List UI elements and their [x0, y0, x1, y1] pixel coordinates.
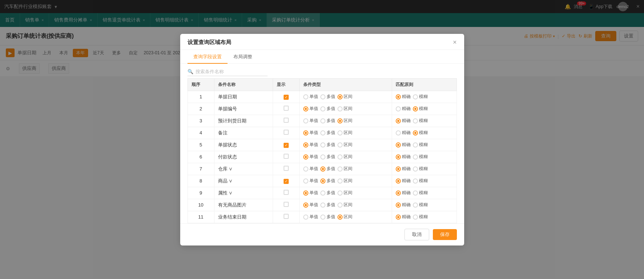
cell-show[interactable] — [273, 187, 299, 199]
show-checkbox[interactable] — [284, 202, 289, 207]
radio-match-模糊[interactable]: 模糊 — [413, 94, 428, 100]
cell-name: 业务结束日期 — [214, 211, 273, 223]
radio-match-精确[interactable]: 精确 — [396, 142, 411, 148]
radio-type-单值[interactable]: 单值 — [303, 202, 318, 208]
show-checkbox[interactable] — [284, 166, 289, 171]
radio-match-精确[interactable]: 精确 — [396, 154, 411, 160]
radio-match-精确[interactable]: 精确 — [396, 202, 411, 208]
radio-match-精确[interactable]: 精确 — [396, 178, 411, 184]
radio-type-单值[interactable]: 单值 — [303, 118, 318, 124]
radio-type-多值[interactable]: 多值 — [320, 154, 335, 160]
radio-circle — [303, 118, 308, 123]
dialog-tab-layout[interactable]: 布局调整 — [228, 50, 258, 64]
radio-circle — [337, 190, 343, 196]
radio-circle — [320, 94, 325, 99]
show-checkbox[interactable] — [284, 143, 289, 148]
show-checkbox[interactable] — [284, 130, 289, 135]
radio-type-单值[interactable]: 单值 — [303, 106, 318, 112]
show-checkbox[interactable] — [284, 214, 289, 219]
radio-circle — [396, 203, 401, 208]
cell-show[interactable] — [273, 103, 299, 115]
radio-circle — [303, 130, 308, 135]
radio-type-多值[interactable]: 多值 — [320, 142, 335, 148]
radio-circle — [413, 215, 418, 220]
cell-show[interactable] — [273, 163, 299, 175]
radio-type-区间[interactable]: 区间 — [337, 142, 352, 148]
cancel-button[interactable]: 取消 — [404, 229, 429, 240]
cell-order: 10 — [187, 199, 214, 211]
radio-match-模糊[interactable]: 模糊 — [413, 106, 428, 112]
radio-type-区间[interactable]: 区间 — [337, 118, 352, 124]
save-button[interactable]: 保存 — [433, 229, 457, 240]
radio-match-模糊[interactable]: 模糊 — [413, 214, 428, 220]
radio-type-区间[interactable]: 区间 — [337, 178, 352, 184]
dialog-tab-query-fields[interactable]: 查询字段设置 — [187, 50, 228, 64]
show-checkbox[interactable] — [284, 190, 289, 195]
radio-type-区间[interactable]: 区间 — [337, 106, 352, 112]
radio-type-单值[interactable]: 单值 — [303, 154, 318, 160]
radio-type-区间[interactable]: 区间 — [337, 154, 352, 160]
radio-type-区间[interactable]: 区间 — [337, 166, 352, 172]
radio-type-单值[interactable]: 单值 — [303, 142, 318, 148]
radio-match-模糊[interactable]: 模糊 — [413, 142, 428, 148]
radio-match-精确[interactable]: 精确 — [396, 106, 411, 112]
radio-match-模糊[interactable]: 模糊 — [413, 118, 428, 124]
radio-match-模糊[interactable]: 模糊 — [413, 154, 428, 160]
radio-match-精确[interactable]: 精确 — [396, 190, 411, 196]
radio-type-多值[interactable]: 多值 — [320, 166, 335, 172]
show-checkbox[interactable] — [284, 118, 289, 123]
radio-match-精确[interactable]: 精确 — [396, 94, 411, 100]
table-row: 5单据状态单值多值区间精确模糊 — [187, 139, 457, 151]
cell-match: 精确模糊 — [392, 163, 457, 175]
radio-match-模糊[interactable]: 模糊 — [413, 178, 428, 184]
cell-match: 精确模糊 — [392, 187, 457, 199]
search-input[interactable] — [195, 69, 268, 74]
radio-type-多值[interactable]: 多值 — [320, 178, 335, 184]
radio-match-模糊[interactable]: 模糊 — [413, 130, 428, 136]
cell-show[interactable] — [273, 199, 299, 211]
radio-circle — [303, 154, 308, 160]
cell-show[interactable] — [273, 91, 299, 103]
radio-match-精确[interactable]: 精确 — [396, 118, 411, 124]
radio-type-区间[interactable]: 区间 — [337, 202, 352, 208]
cell-show[interactable] — [273, 139, 299, 151]
radio-type-多值[interactable]: 多值 — [320, 202, 335, 208]
radio-type-单值[interactable]: 单值 — [303, 94, 318, 100]
radio-type-区间[interactable]: 区间 — [337, 94, 352, 100]
radio-type-多值[interactable]: 多值 — [320, 214, 335, 220]
radio-match-精确[interactable]: 精确 — [396, 130, 411, 136]
th-show: 显示 — [273, 78, 299, 91]
radio-type-多值[interactable]: 多值 — [320, 118, 335, 124]
show-checkbox[interactable] — [284, 179, 289, 184]
cell-show[interactable] — [273, 115, 299, 127]
radio-circle — [396, 154, 401, 160]
radio-type-多值[interactable]: 多值 — [320, 130, 335, 136]
radio-type-区间[interactable]: 区间 — [337, 214, 352, 220]
radio-match-模糊[interactable]: 模糊 — [413, 166, 428, 172]
cell-show[interactable] — [273, 127, 299, 139]
radio-type-单值[interactable]: 单值 — [303, 214, 318, 220]
cell-show[interactable] — [273, 211, 299, 223]
radio-type-区间[interactable]: 区间 — [337, 130, 352, 136]
cell-show[interactable] — [273, 175, 299, 187]
show-checkbox[interactable] — [284, 154, 289, 159]
show-checkbox[interactable] — [284, 95, 289, 100]
radio-match-精确[interactable]: 精确 — [396, 166, 411, 172]
cell-name: 单据日期 — [214, 91, 273, 103]
dialog-close-button[interactable]: × — [453, 39, 457, 46]
radio-match-模糊[interactable]: 模糊 — [413, 202, 428, 208]
radio-type-多值[interactable]: 多值 — [320, 190, 335, 196]
radio-match-精确[interactable]: 精确 — [396, 214, 411, 220]
radio-type-单值[interactable]: 单值 — [303, 130, 318, 136]
cell-name: 备注 — [214, 127, 273, 139]
radio-type-多值[interactable]: 多值 — [320, 106, 335, 112]
radio-type-单值[interactable]: 单值 — [303, 166, 318, 172]
radio-type-单值[interactable]: 单值 — [303, 190, 318, 196]
radio-type-区间[interactable]: 区间 — [337, 190, 352, 196]
radio-type-多值[interactable]: 多值 — [320, 94, 335, 100]
radio-match-模糊[interactable]: 模糊 — [413, 190, 428, 196]
radio-type-单值[interactable]: 单值 — [303, 178, 318, 184]
show-checkbox[interactable] — [284, 106, 289, 111]
cell-show[interactable] — [273, 151, 299, 163]
th-name: 条件名称 — [214, 78, 273, 91]
